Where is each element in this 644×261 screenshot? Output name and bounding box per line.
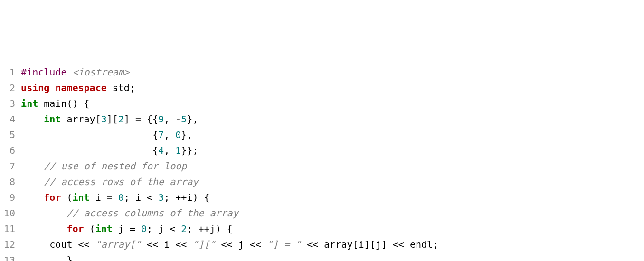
- code-line: 9 for (int i = 0; i < 3; ++i) {: [4, 190, 640, 205]
- code-content: // use of nested for loop: [21, 158, 640, 174]
- code-token: 2: [118, 113, 124, 125]
- code-token: ,: [164, 145, 175, 156]
- code-line: 5 {7, 0},: [4, 127, 640, 143]
- code-token: << array[i][j] << endl;: [301, 239, 438, 250]
- code-token: [21, 207, 66, 219]
- code-token: ] = {{: [124, 113, 158, 125]
- code-token: {: [21, 129, 158, 140]
- code-line: 1#include <iostream>: [4, 65, 640, 80]
- code-token: << j <<: [216, 239, 267, 250]
- line-number: 4: [4, 112, 15, 127]
- code-token: 0: [141, 223, 147, 234]
- code-content: for (int j = 0; j < 2; ++j) {: [21, 221, 640, 237]
- code-token: "array[": [95, 239, 141, 250]
- code-editor: 1#include <iostream>2using namespace std…: [4, 65, 640, 261]
- code-token: 1: [175, 145, 181, 156]
- code-content: // access rows of the array: [21, 174, 640, 190]
- code-line: 12 cout << "array[" << i << "][" << j <<…: [4, 237, 640, 252]
- code-token: ][: [107, 113, 118, 125]
- code-token: 3: [158, 192, 164, 203]
- code-token: 7: [158, 129, 164, 140]
- code-token: int: [73, 192, 90, 203]
- code-token: }: [21, 254, 72, 261]
- code-token: cout <<: [21, 239, 95, 250]
- line-number: 6: [4, 143, 15, 158]
- code-token: for: [44, 192, 61, 203]
- code-token: 5: [181, 113, 187, 125]
- code-token: 3: [101, 113, 107, 125]
- line-number: 3: [4, 96, 15, 112]
- code-token: {: [21, 145, 158, 156]
- code-token: 2: [181, 223, 187, 234]
- code-token: main() {: [38, 98, 89, 109]
- code-token: [21, 160, 44, 172]
- code-token: // access columns of the array: [66, 207, 238, 219]
- line-number: 11: [4, 221, 15, 237]
- code-content: #include <iostream>: [21, 65, 640, 80]
- code-token: namespace: [55, 82, 106, 93]
- code-token: using: [21, 82, 49, 93]
- code-token: "][": [192, 239, 215, 250]
- line-number: 7: [4, 158, 15, 174]
- code-content: // access columns of the array: [21, 205, 640, 221]
- code-token: 0: [175, 129, 181, 140]
- code-token: int: [44, 113, 61, 125]
- line-number: 9: [4, 190, 15, 205]
- code-token: ; ++i) {: [164, 192, 209, 203]
- code-content: int array[3][2] = {{9, -5},: [21, 112, 640, 127]
- code-token: <iostream>: [72, 66, 129, 78]
- code-token: ; ++j) {: [187, 223, 232, 234]
- code-token: i =: [90, 192, 118, 203]
- code-line: 10 // access columns of the array: [4, 205, 640, 221]
- code-token: , -: [164, 113, 181, 125]
- code-token: }};: [181, 145, 198, 156]
- code-token: int: [21, 98, 38, 109]
- code-token: for: [66, 223, 84, 234]
- code-content: }: [21, 252, 640, 261]
- line-number: 12: [4, 237, 15, 252]
- code-token: [21, 176, 44, 187]
- code-token: ,: [164, 129, 175, 140]
- code-token: [21, 113, 44, 125]
- line-number: 1: [4, 65, 15, 80]
- code-token: },: [181, 129, 192, 140]
- line-number: 5: [4, 127, 15, 143]
- code-line: 13 }: [4, 252, 640, 261]
- code-line: 6 {4, 1}};: [4, 143, 640, 158]
- code-token: #include: [21, 66, 72, 78]
- code-token: std;: [107, 82, 135, 93]
- code-token: (: [84, 223, 95, 234]
- code-token: // access rows of the array: [44, 176, 198, 187]
- code-token: (: [61, 192, 72, 203]
- code-token: // use of nested for loop: [44, 160, 187, 172]
- line-number: 8: [4, 174, 15, 190]
- code-token: "] = ": [267, 239, 301, 250]
- code-line: 11 for (int j = 0; j < 2; ++j) {: [4, 221, 640, 237]
- code-token: [21, 192, 44, 203]
- code-content: {7, 0},: [21, 127, 640, 143]
- line-number: 13: [4, 252, 15, 261]
- code-line: 8 // access rows of the array: [4, 174, 640, 190]
- code-content: {4, 1}};: [21, 143, 640, 158]
- code-token: 0: [118, 192, 124, 203]
- code-line: 3int main() {: [4, 96, 640, 112]
- code-token: [49, 82, 55, 93]
- code-token: ; i <: [124, 192, 158, 203]
- code-token: },: [187, 113, 198, 125]
- code-token: j =: [113, 223, 141, 234]
- code-token: [21, 223, 66, 234]
- code-token: 9: [158, 113, 164, 125]
- code-token: << i <<: [141, 239, 192, 250]
- code-token: ; j <: [147, 223, 181, 234]
- code-token: int: [95, 223, 113, 234]
- line-number: 2: [4, 80, 15, 96]
- code-content: for (int i = 0; i < 3; ++i) {: [21, 190, 640, 205]
- code-line: 7 // use of nested for loop: [4, 158, 640, 174]
- code-line: 2using namespace std;: [4, 80, 640, 96]
- code-token: 4: [158, 145, 164, 156]
- line-number: 10: [4, 205, 15, 221]
- code-line: 4 int array[3][2] = {{9, -5},: [4, 112, 640, 127]
- code-token: array[: [61, 113, 101, 125]
- code-content: using namespace std;: [21, 80, 640, 96]
- code-content: cout << "array[" << i << "][" << j << "]…: [21, 237, 640, 252]
